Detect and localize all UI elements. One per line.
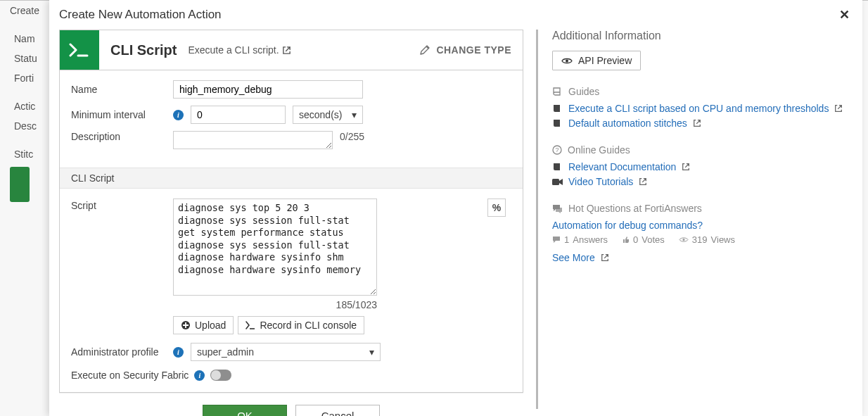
book-icon [552, 87, 563, 96]
guide-link-row: Execute a CLI script based on CPU and me… [552, 103, 853, 114]
external-link-icon[interactable] [682, 163, 690, 171]
see-more-row: See More [552, 252, 853, 263]
eye-small-icon [679, 237, 689, 243]
card-title: CLI Script [110, 42, 177, 58]
external-link-icon[interactable] [282, 46, 291, 55]
description-counter: 0/255 [340, 131, 364, 142]
external-link-icon[interactable] [693, 119, 701, 127]
upload-button[interactable]: Upload [173, 316, 234, 334]
exec-fabric-row: Execute on Security Fabric i [60, 361, 523, 392]
script-textarea[interactable] [173, 198, 377, 296]
right-title: Additional Information [552, 30, 853, 42]
chevron-down-icon: ▾ [352, 109, 357, 120]
guides-heading-text: Guides [568, 86, 599, 97]
info-icon[interactable]: i [173, 110, 184, 120]
percent-button[interactable]: % [487, 198, 506, 217]
votes-label: Votes [642, 234, 665, 245]
votes-meta: 0 Votes [622, 234, 665, 245]
info-icon[interactable]: i [194, 370, 205, 381]
external-link-icon[interactable] [601, 253, 609, 262]
hot-question-row: Automation for debug commands? [552, 220, 853, 231]
record-button[interactable]: Record in CLI console [238, 316, 364, 334]
change-type-button[interactable]: CHANGE TYPE [419, 44, 511, 56]
hot-question-link[interactable]: Automation for debug commands? [552, 220, 703, 231]
admin-label: Administrator profile [71, 346, 166, 358]
name-label: Name [71, 84, 166, 95]
footer: OK Cancel [59, 393, 523, 416]
close-button[interactable]: ✕ [836, 7, 853, 23]
votes-count: 0 [633, 234, 638, 245]
script-label: Script [71, 198, 166, 211]
eye-icon [561, 57, 573, 65]
guide-link-row: Default automation stitches [552, 118, 853, 129]
answers-label: Answers [573, 234, 608, 245]
book-icon [552, 103, 563, 113]
name-row: Name [71, 80, 511, 99]
online-guide-row: Video Tutorials [552, 176, 853, 187]
views-label: Views [711, 234, 735, 245]
description-input[interactable] [173, 131, 333, 149]
script-row: Script % [60, 189, 523, 303]
views-count: 319 [692, 234, 708, 245]
api-preview-button[interactable]: API Preview [552, 51, 641, 70]
external-link-icon[interactable] [834, 104, 843, 113]
online-guides-heading: ? Online Guides [552, 144, 853, 156]
script-counter-row: 185/1023 [60, 299, 523, 310]
name-input[interactable] [173, 80, 363, 99]
modal-body: CLI Script Execute a CLI script. CHANGE … [49, 30, 862, 416]
script-counter: 185/1023 [173, 299, 377, 310]
guides-section: Guides Execute a CLI script based on CPU… [552, 86, 853, 129]
guide-link[interactable]: Execute a CLI script based on CPU and me… [568, 103, 829, 114]
description-label: Description [71, 131, 166, 142]
left-column: CLI Script Execute a CLI script. CHANGE … [59, 30, 523, 409]
ok-button[interactable]: OK [203, 405, 287, 416]
pencil-icon [419, 44, 430, 56]
book-icon [552, 118, 563, 128]
hot-questions-heading: Hot Questions at FortiAnswers [552, 203, 853, 214]
modal-title: Create New Automation Action [59, 8, 222, 22]
form-area: Name Minimum interval i second(s) ▾ Desc [60, 70, 523, 168]
exec-fabric-toggle[interactable] [210, 370, 231, 381]
question-circle-icon: ? [552, 145, 562, 155]
thumbs-up-icon [622, 236, 630, 244]
api-preview-label: API Preview [578, 55, 632, 66]
cancel-button[interactable]: Cancel [295, 405, 380, 416]
see-more-link[interactable]: See More [552, 252, 595, 263]
modal-titlebar: Create New Automation Action ✕ [49, 0, 862, 30]
video-icon [552, 178, 563, 186]
comment-icon [552, 236, 561, 244]
interval-unit-select[interactable]: second(s) ▾ [293, 106, 363, 124]
upload-label: Upload [195, 320, 226, 331]
plus-circle-icon [181, 320, 191, 330]
online-guide-link[interactable]: Relevant Documentation [568, 161, 676, 172]
admin-value: super_admin [197, 346, 254, 358]
guide-link[interactable]: Default automation stitches [568, 118, 687, 129]
online-guide-link[interactable]: Video Tutorials [568, 176, 633, 187]
hot-question-meta: 1 Answers 0 Votes 319 Views [552, 234, 853, 245]
hot-questions-heading-text: Hot Questions at FortiAnswers [568, 203, 702, 214]
external-link-icon[interactable] [639, 177, 647, 186]
online-guide-row: Relevant Documentation [552, 161, 853, 172]
info-icon[interactable]: i [173, 347, 184, 358]
terminal-small-icon [245, 321, 255, 329]
interval-row: Minimum interval i second(s) ▾ [71, 106, 511, 124]
right-column: Additional Information API Preview Guide… [536, 30, 853, 409]
guides-heading: Guides [552, 86, 853, 97]
admin-select[interactable]: super_admin ▾ [191, 343, 381, 361]
script-buttons: Upload Record in CLI console [60, 310, 523, 334]
hot-questions-section: Hot Questions at FortiAnswers Automation… [552, 203, 853, 263]
script-wrap [173, 198, 480, 298]
toggle-knob [211, 370, 221, 380]
chevron-down-icon: ▾ [369, 346, 374, 358]
svg-text:?: ? [555, 146, 559, 153]
online-guides-section: ? Online Guides Relevant Documentation [552, 144, 853, 187]
card-header: CLI Script Execute a CLI script. CHANGE … [60, 30, 523, 70]
interval-label: Minimum interval [71, 109, 166, 120]
chat-icon [552, 204, 563, 213]
script-side: % [487, 198, 511, 217]
action-card: CLI Script Execute a CLI script. CHANGE … [59, 30, 523, 393]
book-icon [552, 162, 563, 172]
answers-count: 1 [564, 234, 569, 245]
svg-rect-6 [552, 179, 559, 185]
interval-input[interactable] [191, 106, 286, 124]
